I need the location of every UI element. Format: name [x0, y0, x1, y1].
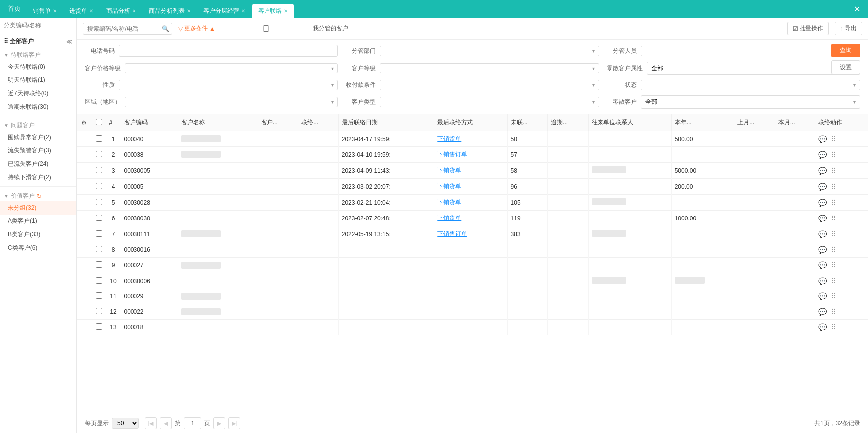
row-checkbox[interactable] [96, 135, 102, 142]
refresh-icon[interactable]: ↻ [37, 193, 42, 200]
message-icon[interactable]: 💬 [818, 323, 827, 331]
grid-icon[interactable]: ⠿ [831, 135, 836, 143]
reset-button[interactable]: 设置 [831, 60, 860, 74]
nav-tab-商品分析[interactable]: 商品分析✕ [100, 4, 142, 18]
sidebar-group-header[interactable]: ▼问题客户 [0, 118, 76, 131]
message-icon[interactable]: 💬 [818, 261, 827, 269]
message-icon[interactable]: 💬 [818, 246, 827, 254]
grid-icon[interactable]: ⠿ [831, 230, 836, 238]
row-checkbox[interactable] [96, 261, 102, 268]
filter-select-field[interactable]: ▾ [119, 80, 338, 90]
tab-close-icon[interactable]: ✕ [53, 8, 57, 14]
message-icon[interactable]: 💬 [818, 183, 827, 191]
select-all-checkbox[interactable] [96, 119, 102, 125]
sidebar-item[interactable]: 持续下滑客户(2) [0, 171, 76, 184]
row-checkbox[interactable] [96, 246, 102, 252]
grid-icon[interactable]: ⠿ [831, 261, 836, 269]
nav-tab-客户联络[interactable]: 客户联络✕ [252, 4, 294, 18]
filter-select-field[interactable]: ▾ [380, 80, 599, 90]
prev-page-btn[interactable]: ◀ [160, 417, 172, 429]
settings-icon[interactable]: ⚙ [81, 119, 87, 126]
filter-select-field[interactable]: 全部▾ [647, 62, 860, 75]
contact-method-link[interactable]: 下销售订单 [437, 151, 467, 158]
query-button[interactable]: 查询 [831, 44, 860, 57]
message-icon[interactable]: 💬 [818, 277, 827, 285]
export-btn[interactable]: ↑ 导出 [835, 22, 862, 35]
page-number-input[interactable] [184, 417, 201, 429]
more-conditions-btn[interactable]: ▽ 更多条件 ▲ [178, 24, 215, 33]
message-icon[interactable]: 💬 [818, 308, 827, 316]
last-page-btn[interactable]: ▶| [228, 417, 240, 429]
message-icon[interactable]: 💬 [818, 292, 827, 300]
filter-select-field[interactable]: ▾ [380, 46, 599, 56]
row-checkbox[interactable] [96, 215, 102, 221]
sidebar-item[interactable]: 今天待联络(0) [0, 60, 76, 73]
row-checkbox[interactable] [96, 151, 102, 157]
tab-close-icon[interactable]: ✕ [187, 8, 191, 14]
row-checkbox[interactable] [96, 323, 102, 330]
sidebar-item[interactable]: 逾期未联络(30) [0, 100, 76, 114]
message-icon[interactable]: 💬 [818, 215, 827, 222]
grid-icon[interactable]: ⠿ [831, 323, 836, 331]
grid-icon[interactable]: ⠿ [831, 167, 836, 175]
search-icon[interactable]: 🔍 [162, 25, 169, 32]
contact-method-link[interactable]: 下销售订单 [437, 230, 467, 237]
collapse-sidebar-icon[interactable]: ≪ [66, 38, 72, 45]
nav-tab-客户分层经营[interactable]: 客户分层经营✕ [198, 4, 251, 18]
grid-icon[interactable]: ⠿ [831, 308, 836, 316]
nav-tab-商品分析列表[interactable]: 商品分析列表✕ [143, 4, 197, 18]
filter-select-field[interactable]: ▾ [380, 97, 599, 107]
filter-select-field[interactable]: ▾ [125, 97, 338, 107]
row-checkbox[interactable] [96, 308, 102, 314]
contact-method-link[interactable]: 下销货单 [437, 215, 461, 221]
message-icon[interactable]: 💬 [818, 135, 827, 143]
sidebar-item[interactable]: B类客户(33) [0, 228, 76, 241]
tab-close-icon[interactable]: ✕ [132, 8, 136, 14]
grid-icon[interactable]: ⠿ [831, 277, 836, 285]
grid-icon[interactable]: ⠿ [831, 292, 836, 300]
message-icon[interactable]: 💬 [818, 151, 827, 159]
sidebar-item[interactable]: 未分组(32) [0, 201, 76, 215]
search-input[interactable] [83, 23, 172, 35]
sidebar-search-input[interactable] [4, 22, 77, 29]
contact-method-link[interactable]: 下销货单 [437, 167, 461, 174]
next-page-btn[interactable]: ▶ [213, 417, 225, 429]
message-icon[interactable]: 💬 [818, 167, 827, 175]
tab-close-icon[interactable]: ✕ [241, 8, 245, 14]
sidebar-item[interactable]: 近7天待联络(0) [0, 87, 76, 100]
grid-icon[interactable]: ⠿ [831, 215, 836, 222]
filter-select-field[interactable]: ▾ [380, 63, 599, 73]
tab-close-icon[interactable]: ✕ [89, 8, 93, 14]
nav-tab-进货单[interactable]: 进货单✕ [64, 4, 99, 18]
page-size-select[interactable]: 50 20 100 [112, 418, 139, 429]
grid-icon[interactable]: ⠿ [831, 246, 836, 254]
sidebar-item[interactable]: 已流失客户(24) [0, 157, 76, 171]
my-customers-checkbox[interactable] [221, 25, 311, 32]
row-checkbox[interactable] [96, 277, 102, 284]
filter-select-field[interactable]: ▾ [641, 80, 860, 90]
sidebar-group-header[interactable]: ▼价值客户↻ [0, 189, 76, 201]
first-page-btn[interactable]: |◀ [145, 417, 157, 429]
sidebar-item[interactable]: A类客户(1) [0, 215, 76, 228]
row-checkbox[interactable] [96, 292, 102, 299]
filter-select-field[interactable]: ▾ [641, 46, 860, 56]
contact-method-link[interactable]: 下销货单 [437, 183, 461, 190]
sidebar-item[interactable]: C类客户(6) [0, 241, 76, 255]
grid-icon[interactable]: ⠿ [831, 199, 836, 207]
row-checkbox[interactable] [96, 167, 102, 173]
nav-home[interactable]: 首页 [4, 4, 25, 13]
my-customers-filter[interactable]: 我分管的客户 [221, 24, 348, 33]
th-check[interactable] [92, 114, 106, 131]
grid-icon[interactable]: ⠿ [831, 151, 836, 159]
sidebar-group-header[interactable]: ▼待联络客户 [0, 48, 76, 60]
sidebar-item[interactable]: 囤购异常客户(2) [0, 131, 76, 144]
batch-operation-btn[interactable]: ☑ 批量操作 [787, 22, 829, 35]
message-icon[interactable]: 💬 [818, 199, 827, 207]
message-icon[interactable]: 💬 [818, 230, 827, 238]
row-checkbox[interactable] [96, 183, 102, 189]
th-settings[interactable]: ⚙ [77, 114, 92, 131]
all-customers-header[interactable]: ⠿ 全部客户 ≪ [0, 33, 76, 48]
sidebar-item[interactable]: 明天待联络(1) [0, 73, 76, 87]
window-close-button[interactable]: ✕ [850, 4, 864, 14]
tab-close-icon[interactable]: ✕ [284, 8, 288, 14]
